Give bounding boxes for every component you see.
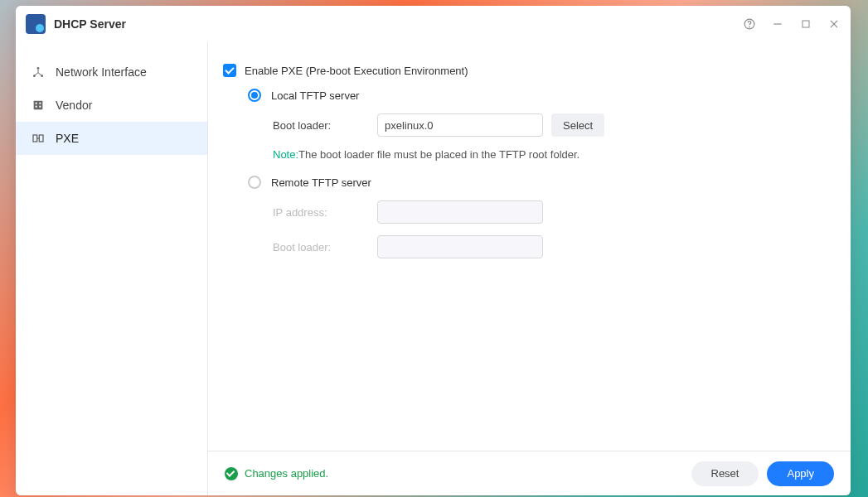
network-icon	[31, 65, 46, 80]
remote-boot-loader-row: Boot loader:	[273, 235, 834, 258]
sidebar-item-network-interface[interactable]: Network Interface	[16, 55, 207, 89]
close-icon[interactable]	[827, 17, 841, 31]
sidebar-item-pxe[interactable]: PXE	[16, 122, 207, 155]
svg-rect-13	[39, 106, 41, 108]
reset-button[interactable]: Reset	[691, 461, 759, 486]
minimize-icon[interactable]	[771, 17, 784, 31]
boot-loader-input[interactable]	[377, 113, 543, 137]
note-row: Note: The boot loader file must be place…	[273, 148, 834, 161]
sidebar: Network Interface Vendor PXE	[16, 42, 208, 495]
window-body: Network Interface Vendor PXE Enable PXE …	[16, 42, 851, 495]
success-icon	[225, 467, 238, 480]
remote-boot-loader-input	[377, 235, 543, 258]
status-text: Changes applied.	[245, 467, 328, 480]
svg-rect-15	[39, 135, 43, 142]
local-tftp-row: Local TFTP server	[248, 89, 834, 102]
svg-rect-9	[34, 101, 43, 110]
boot-loader-row: Boot loader: Select	[273, 113, 834, 137]
svg-point-6	[37, 67, 40, 70]
footer: Changes applied. Reset Apply	[208, 451, 851, 495]
svg-rect-3	[803, 21, 809, 27]
ip-address-input	[377, 200, 543, 224]
sidebar-item-label: Vendor	[56, 99, 92, 112]
note-text: The boot loader file must be placed in t…	[298, 148, 579, 161]
maximize-icon[interactable]	[799, 17, 812, 31]
app-window: DHCP Server Network Interface Vendor PXE	[16, 6, 851, 495]
sidebar-item-label: PXE	[56, 132, 79, 145]
note-prefix: Note:	[273, 148, 298, 161]
status: Changes applied.	[225, 467, 683, 480]
titlebar: DHCP Server	[16, 6, 851, 42]
enable-pxe-checkbox[interactable]	[223, 64, 236, 77]
svg-rect-12	[36, 106, 37, 108]
ip-address-row: IP address:	[273, 200, 834, 224]
remote-tftp-label: Remote TFTP server	[271, 176, 371, 189]
help-icon[interactable]	[743, 17, 756, 31]
ip-address-label: IP address:	[273, 206, 377, 219]
select-button[interactable]: Select	[551, 113, 604, 137]
pxe-icon	[31, 131, 46, 146]
remote-tftp-radio[interactable]	[248, 176, 261, 189]
remote-tftp-row: Remote TFTP server	[248, 176, 834, 189]
app-icon	[26, 14, 46, 34]
enable-pxe-label: Enable PXE (Pre-boot Execution Environme…	[245, 65, 468, 77]
remote-boot-loader-label: Boot loader:	[273, 241, 377, 253]
local-tftp-label: Local TFTP server	[271, 89, 359, 102]
sidebar-item-label: Network Interface	[56, 65, 147, 79]
sidebar-item-vendor[interactable]: Vendor	[16, 89, 207, 122]
svg-point-1	[749, 27, 750, 27]
svg-rect-14	[33, 135, 37, 142]
svg-rect-10	[36, 103, 37, 104]
content: Enable PXE (Pre-boot Execution Environme…	[208, 42, 851, 451]
window-title: DHCP Server	[54, 17, 743, 31]
window-controls	[743, 17, 841, 31]
main-panel: Enable PXE (Pre-boot Execution Environme…	[208, 42, 851, 495]
boot-loader-label: Boot loader:	[273, 119, 377, 132]
svg-rect-11	[39, 103, 41, 104]
enable-pxe-row: Enable PXE (Pre-boot Execution Environme…	[223, 64, 834, 77]
apply-button[interactable]: Apply	[767, 461, 834, 486]
building-icon	[31, 98, 46, 113]
local-tftp-radio[interactable]	[248, 89, 261, 102]
